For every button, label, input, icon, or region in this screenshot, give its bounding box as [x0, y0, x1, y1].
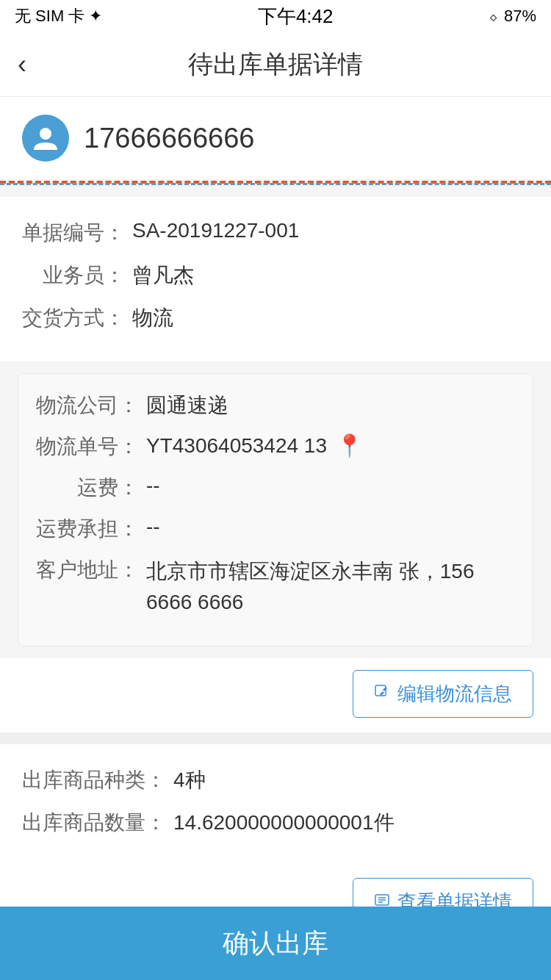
- confirm-outbound-button[interactable]: 确认出库: [0, 907, 551, 980]
- tracking-number-label: 物流单号：: [36, 433, 139, 461]
- status-bar: 无 SIM 卡 ✦ 下午4:42 ⬦ 87%: [0, 0, 551, 32]
- document-number-row: 单据编号： SA-20191227-001: [22, 219, 529, 247]
- delivery-method-row: 交货方式： 物流: [22, 304, 529, 332]
- confirm-btn-container: 确认出库: [0, 907, 551, 980]
- sales-person-label: 业务员：: [22, 262, 125, 289]
- edit-btn-label: 编辑物流信息: [397, 681, 512, 707]
- freight-label: 运费：: [36, 474, 139, 502]
- location-icon[interactable]: 📍: [336, 433, 363, 458]
- edit-btn-row: 编辑物流信息: [0, 658, 551, 732]
- product-quantity-label: 出库商品数量：: [22, 809, 166, 837]
- logistics-card: 物流公司： 圆通速递 物流单号： YT43064053424 13 📍 运费： …: [18, 373, 533, 646]
- edit-logistics-button[interactable]: 编辑物流信息: [353, 670, 533, 718]
- tracking-number-row: 物流单号： YT43064053424 13 📍: [36, 433, 515, 461]
- tracking-number-value: YT43064053424 13 📍: [146, 433, 515, 458]
- edit-icon: [374, 682, 390, 705]
- freight-bear-label: 运费承担：: [36, 515, 139, 543]
- delivery-method-label: 交货方式：: [22, 304, 125, 332]
- product-quantity-value: 14.620000000000001件: [173, 809, 529, 837]
- logistics-company-label: 物流公司：: [36, 392, 139, 419]
- address-value: 北京市市辖区海淀区永丰南 张，156 6666 6666: [146, 556, 515, 618]
- sales-person-row: 业务员： 曾凡杰: [22, 262, 529, 289]
- battery-icon: ⬦: [489, 7, 498, 26]
- order-info-section: 单据编号： SA-20191227-001 业务员： 曾凡杰 交货方式： 物流: [0, 197, 551, 361]
- page-title: 待出库单据详情: [188, 48, 363, 82]
- logistics-company-value: 圆通速递: [146, 392, 515, 419]
- product-types-value: 4种: [173, 766, 529, 794]
- product-types-row: 出库商品种类： 4种: [22, 766, 529, 794]
- freight-bear-value: --: [146, 515, 515, 538]
- svg-point-0: [40, 128, 51, 140]
- products-section: 出库商品种类： 4种 出库商品数量： 14.620000000000001件: [0, 744, 551, 866]
- avatar: [22, 115, 69, 162]
- address-row: 客户地址： 北京市市辖区海淀区永丰南 张，156 6666 6666: [36, 556, 515, 618]
- section-divider: [0, 732, 551, 744]
- freight-value: --: [146, 474, 515, 497]
- battery-level: 87%: [504, 7, 536, 26]
- sales-person-value: 曾凡杰: [132, 262, 529, 289]
- customer-section: 17666666666: [0, 97, 551, 179]
- dashed-divider: [0, 179, 551, 185]
- document-number-label: 单据编号：: [22, 219, 125, 247]
- status-left: 无 SIM 卡 ✦: [15, 5, 102, 27]
- product-quantity-row: 出库商品数量： 14.620000000000001件: [22, 809, 529, 837]
- tracking-number-text: YT43064053424 13: [146, 434, 327, 458]
- status-right: ⬦ 87%: [489, 7, 536, 26]
- confirm-btn-label: 确认出库: [223, 926, 328, 962]
- back-button[interactable]: ‹: [18, 49, 26, 80]
- product-types-label: 出库商品种类：: [22, 766, 166, 794]
- address-label: 客户地址：: [36, 556, 139, 584]
- page-content: 17666666666 单据编号： SA-20191227-001 业务员： 曾…: [0, 97, 551, 980]
- freight-bear-row: 运费承担： --: [36, 515, 515, 543]
- delivery-method-value: 物流: [132, 304, 529, 332]
- sim-status: 无 SIM 卡 ✦: [15, 5, 102, 27]
- nav-bar: ‹ 待出库单据详情: [0, 32, 551, 97]
- customer-phone: 17666666666: [84, 123, 254, 154]
- freight-row: 运费： --: [36, 474, 515, 502]
- status-time: 下午4:42: [258, 4, 334, 29]
- document-number-value: SA-20191227-001: [132, 219, 529, 242]
- logistics-company-row: 物流公司： 圆通速递: [36, 392, 515, 419]
